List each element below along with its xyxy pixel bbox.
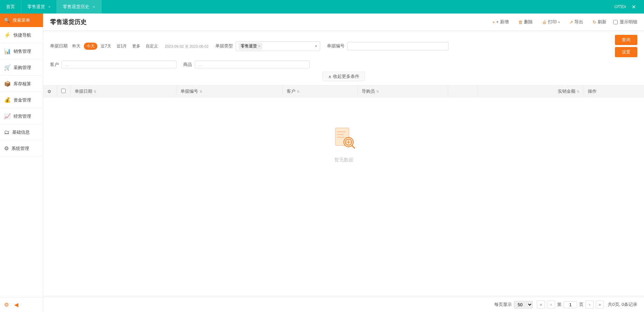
page-go-label2: 页 [579, 302, 583, 308]
sidebar-item-icon: 🗂 [4, 129, 9, 135]
display-detail-checkbox[interactable] [613, 20, 618, 24]
export-label: 导出 [574, 19, 583, 25]
top-tab-零售退货历史[interactable]: 零售退货历史× [57, 0, 101, 14]
top-tab-零售退货[interactable]: 零售退货× [21, 0, 57, 14]
sidebar-item-icon: ⚙ [4, 145, 9, 152]
empty-state-icon [330, 125, 357, 152]
delete-icon: 🗑 [518, 20, 523, 25]
tab-list: 首页零售退货×零售退货历史× [0, 0, 614, 14]
th-checkbox[interactable] [57, 86, 70, 97]
refresh-button[interactable]: ↻ 刷新 [590, 18, 609, 26]
filter-row-2: 客户 … 商品 … [50, 61, 637, 68]
sidebar-item-label: 基础信息 [12, 129, 30, 135]
goods-select-box[interactable]: … [195, 61, 310, 68]
sidebar-item-销售管理[interactable]: 📊 销售管理 [0, 43, 43, 60]
sidebar-item-icon: 📊 [4, 48, 11, 54]
th-guide[interactable]: 导购员 ⇅ [357, 86, 448, 97]
header-actions: + + 新增 🗑 删除 🖨 打印 ▾ ↗ 导出 ↻ [490, 18, 637, 26]
type-select-box[interactable]: 零售退货 × ▾ [236, 41, 320, 51]
empty-state: 暂无数据 [43, 97, 644, 190]
date-pill-custom[interactable]: 自定义 [144, 43, 160, 50]
select-all-checkbox[interactable] [61, 89, 66, 93]
sidebar-item-label: 销售管理 [14, 48, 31, 54]
tab-label: 零售退货 [27, 4, 45, 10]
type-filter-label: 单据类型 [215, 43, 233, 49]
new-icon: + [492, 20, 495, 25]
new-label: + 新增 [496, 19, 509, 25]
top-bar: 首页零售退货×零售退货历史× OfTEn ✕ [0, 0, 644, 14]
date-pill-more[interactable]: 更多 [130, 43, 142, 50]
page-size-select[interactable]: 20 50 100 [514, 301, 533, 309]
sidebar-item-icon: ⚡ [4, 32, 11, 38]
new-button[interactable]: + + 新增 [490, 18, 511, 26]
sidebar-menu: ⚡ 快捷导航 📊 销售管理 🛒 采购管理 📦 库存核算 💰 资金管理 📈 经营管… [0, 27, 43, 297]
customer-placeholder: … [65, 62, 69, 67]
prev-page-button[interactable]: ‹ [547, 300, 555, 309]
first-page-button[interactable]: « [537, 300, 545, 309]
sidebar-item-label: 经营管理 [14, 113, 31, 119]
display-detail-label: 显示明细 [620, 19, 637, 25]
filter-right-buttons: 查询 设置 [615, 35, 637, 57]
customer-select-box[interactable]: … [62, 61, 176, 68]
data-table: ⚙ 单据日期 ⇅ 单据编号 [43, 86, 644, 97]
th-date-label: 单据日期 [75, 88, 92, 94]
tab-label: 零售退货历史 [63, 4, 89, 10]
th-amount[interactable]: 实销金额 ⇅ [478, 86, 584, 97]
settings-col-icon: ⚙ [47, 89, 51, 94]
sidebar-search-button[interactable]: 🔍 搜索菜单 [0, 14, 43, 27]
th-spacer [448, 86, 478, 97]
th-amount-label: 实销金额 [558, 88, 575, 94]
toggle-icon[interactable]: ◀ [14, 302, 18, 308]
table-container: ⚙ 单据日期 ⇅ 单据编号 [43, 86, 644, 297]
tab-close-icon[interactable]: × [93, 5, 95, 9]
date-filter-group: 单据日期 昨天 今天 近7天 近1月 更多 自定义 2023-06-02 至 2… [50, 43, 209, 50]
table-header-row: ⚙ 单据日期 ⇅ 单据编号 [43, 86, 644, 97]
sidebar-item-label: 采购管理 [14, 65, 31, 71]
type-tag-close[interactable]: × [258, 44, 260, 48]
sidebar-bottom: ⚙ ◀ [0, 297, 43, 312]
sidebar-item-资金管理[interactable]: 💰 资金管理 [0, 92, 43, 108]
next-page-button[interactable]: › [586, 300, 594, 309]
date-pill-7days[interactable]: 近7天 [99, 43, 113, 50]
print-button[interactable]: 🖨 打印 ▾ [540, 18, 563, 26]
export-button[interactable]: ↗ 导出 [567, 18, 586, 26]
last-page-button[interactable]: » [596, 300, 604, 309]
sidebar-item-label: 资金管理 [14, 97, 31, 103]
sidebar-item-基础信息[interactable]: 🗂 基础信息 [0, 125, 43, 140]
date-pill-yesterday[interactable]: 昨天 [70, 43, 82, 50]
top-tab-首页[interactable]: 首页 [0, 0, 21, 14]
svg-rect-3 [337, 137, 344, 138]
goods-placeholder: … [198, 62, 202, 67]
svg-rect-2 [337, 134, 344, 135]
th-docnum[interactable]: 单据编号 ⇅ [176, 86, 283, 97]
collapse-button[interactable]: ∧ 收起更多条件 [323, 72, 365, 81]
th-guide-sort-icon: ⇅ [376, 90, 379, 93]
sidebar-item-经营管理[interactable]: 📈 经营管理 [0, 108, 43, 125]
tab-close-icon[interactable]: × [48, 5, 50, 9]
delete-button[interactable]: 🗑 删除 [516, 18, 535, 26]
sidebar-item-icon: 📦 [4, 81, 11, 87]
docnum-input[interactable] [347, 42, 449, 50]
th-customer[interactable]: 客户 ⇅ [282, 86, 357, 97]
sidebar-item-库存核算[interactable]: 📦 库存核算 [0, 76, 43, 92]
sidebar-item-快捷导航[interactable]: ⚡ 快捷导航 [0, 27, 43, 43]
main-layout: 🔍 搜索菜单 ⚡ 快捷导航 📊 销售管理 🛒 采购管理 📦 库存核算 💰 资金管… [0, 14, 644, 312]
svg-rect-1 [337, 131, 345, 132]
set-button[interactable]: 设置 [615, 47, 637, 57]
content-area: 零售退货历史 + + 新增 🗑 删除 🖨 打印 ▾ ↗ 导出 [43, 14, 644, 312]
window-close-button[interactable]: ✕ [629, 4, 639, 10]
sidebar-item-系统管理[interactable]: ⚙ 系统管理 [0, 140, 43, 157]
page-header: 零售退货历史 + + 新增 🗑 删除 🖨 打印 ▾ ↗ 导出 [43, 14, 644, 31]
th-settings[interactable]: ⚙ [43, 86, 57, 97]
th-date[interactable]: 单据日期 ⇅ [70, 86, 176, 97]
tab-label: 首页 [6, 4, 15, 10]
type-tag: 零售退货 × [239, 43, 262, 50]
sidebar-item-采购管理[interactable]: 🛒 采购管理 [0, 60, 43, 76]
query-button[interactable]: 查询 [615, 35, 637, 45]
svg-line-6 [352, 146, 355, 148]
print-arrow-icon: ▾ [558, 20, 560, 24]
date-pill-1month[interactable]: 近1月 [115, 43, 129, 50]
page-number-input[interactable] [564, 301, 577, 308]
settings-icon[interactable]: ⚙ [4, 302, 9, 308]
date-pill-today[interactable]: 今天 [84, 43, 97, 50]
